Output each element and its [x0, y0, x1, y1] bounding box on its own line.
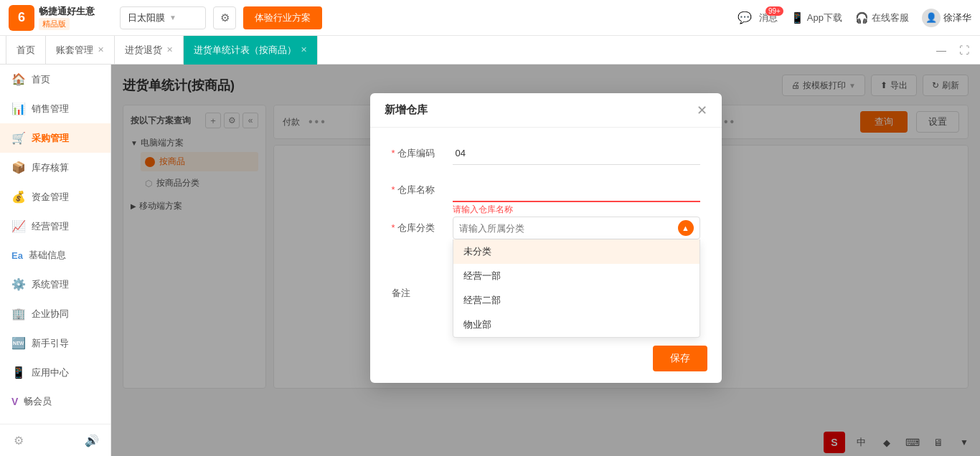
service-btn[interactable]: 🎧 在线客服 [855, 11, 909, 24]
modal-footer: 保存 [370, 340, 722, 383]
category-dropdown-trigger[interactable]: ▲ [453, 217, 700, 239]
name-input[interactable] [453, 179, 700, 202]
sidebar-item-enterprise[interactable]: 🏢 企业协同 [0, 299, 110, 328]
tab-accounts-label: 账套管理 [56, 44, 93, 57]
finance-icon: 💰 [11, 190, 26, 204]
sidebar-item-sales[interactable]: 📊 销售管理 [0, 94, 110, 123]
option-uncategorized[interactable]: 未分类 [453, 239, 699, 264]
sidebar-home-label: 首页 [32, 73, 50, 86]
sidebar-finance-label: 资金管理 [32, 191, 69, 204]
store-selector[interactable]: 日太阳膜 ▼ [120, 6, 206, 29]
purchase-icon: 🛒 [11, 131, 26, 145]
sidebar-operations-label: 经营管理 [32, 220, 69, 233]
maximize-btn[interactable]: ⛶ [954, 40, 974, 60]
member-icon: V [11, 396, 18, 407]
sound-icon[interactable]: 🔊 [82, 430, 102, 450]
modal: 新增仓库 ✕ * 仓库编码 [370, 93, 722, 383]
modal-header: 新增仓库 ✕ [370, 93, 722, 128]
settings-icon[interactable]: ⚙ [9, 430, 29, 450]
home-icon: 🏠 [11, 72, 26, 86]
sidebar: 🏠 首页 📊 销售管理 🛒 采购管理 📦 库存核算 💰 资金管理 📈 经营管理 … [0, 65, 111, 456]
message-icon: 💬 [738, 11, 752, 24]
tab-accounts[interactable]: 账套管理 ✕ [46, 36, 115, 65]
store-name: 日太阳膜 [128, 11, 165, 24]
sidebar-item-member[interactable]: V 畅会员 [0, 387, 110, 416]
nav-tabs-bar: 首页 账套管理 ✕ 进货退货 ✕ 进货单统计表（按商品） ✕ — ⛶ [0, 36, 980, 65]
name-error-msg: 请输入仓库名称 [453, 204, 513, 216]
inventory-icon: 📦 [11, 161, 26, 174]
form-row-category: * 仓库分类 ▲ 未分类 经 [392, 217, 700, 239]
tab-home[interactable]: 首页 [6, 36, 46, 65]
name-label: * 仓库名称 [392, 179, 453, 196]
message-badge: 99+ [765, 6, 783, 16]
enterprise-icon: 🏢 [11, 307, 26, 320]
sidebar-item-finance[interactable]: 💰 资金管理 [0, 182, 110, 212]
category-input[interactable] [459, 223, 678, 234]
sidebar-item-system[interactable]: ⚙️ 系统管理 [0, 270, 110, 299]
sidebar-basic-label: 基础信息 [29, 249, 66, 262]
sidebar-item-inventory[interactable]: 📦 库存核算 [0, 153, 110, 182]
gear-button[interactable]: ⚙ [213, 6, 236, 29]
app-icon: 📱 [791, 11, 804, 24]
sidebar-item-basic[interactable]: Ea 基础信息 [0, 241, 110, 270]
topbar: 6 畅捷通好生意 精品版 日太阳膜 ▼ ⚙ 体验行业方案 💬 99+ 消息 📱 … [0, 0, 980, 36]
sidebar-purchase-label: 采购管理 [32, 132, 69, 145]
sidebar-item-operations[interactable]: 📈 经营管理 [0, 212, 110, 241]
sidebar-enterprise-label: 企业协同 [32, 308, 69, 320]
operations-icon: 📈 [11, 219, 26, 233]
tab-purchase-stats[interactable]: 进货单统计表（按商品） ✕ [184, 36, 318, 65]
form-row-name: * 仓库名称 请输入仓库名称 [392, 179, 700, 202]
brand-sub: 精品版 [39, 18, 70, 30]
sidebar-inventory-label: 库存核算 [32, 161, 69, 174]
appcenter-icon: 📱 [11, 366, 26, 379]
sidebar-item-guide[interactable]: 🆕 新手引导 [0, 328, 110, 358]
logo-icon: 6 [9, 5, 34, 31]
category-label: * 仓库分类 [392, 222, 453, 234]
basic-icon: Ea [11, 250, 23, 261]
headset-icon: 🎧 [855, 11, 869, 24]
logo-area: 6 畅捷通好生意 精品版 [9, 5, 113, 31]
guide-icon: 🆕 [11, 336, 26, 350]
category-arrow-btn[interactable]: ▲ [678, 220, 694, 236]
sidebar-guide-label: 新手引导 [32, 337, 69, 350]
option-dept2[interactable]: 经营二部 [453, 288, 699, 313]
option-property[interactable]: 物业部 [453, 313, 699, 337]
sidebar-sales-label: 销售管理 [32, 103, 69, 115]
sidebar-member-label: 畅会员 [24, 395, 52, 408]
service-label: 在线客服 [872, 11, 909, 24]
user-area[interactable]: 👤 徐泽华 [922, 9, 971, 27]
user-icon: 👤 [922, 9, 941, 27]
tab-purchase-stats-label: 进货单统计表（按商品） [194, 44, 296, 57]
message-btn[interactable]: 💬 99+ 消息 [738, 11, 778, 24]
save-button[interactable]: 保存 [653, 346, 707, 371]
code-input[interactable] [453, 142, 700, 165]
sidebar-appcenter-label: 应用中心 [32, 366, 69, 379]
app-label: App下载 [807, 11, 842, 24]
brand-main: 畅捷通好生意 [39, 5, 95, 18]
close-icon[interactable]: ✕ [301, 45, 307, 54]
sidebar-item-purchase[interactable]: 🛒 采购管理 [0, 123, 110, 153]
close-icon[interactable]: ✕ [166, 45, 173, 54]
app-download-btn[interactable]: 📱 App下载 [791, 11, 842, 24]
option-dept1[interactable]: 经营一部 [453, 264, 699, 288]
brand-text: 畅捷通好生意 精品版 [39, 5, 95, 31]
chevron-down-icon: ▼ [169, 14, 176, 22]
sidebar-bottom: ⚙ 🔊 [0, 424, 110, 456]
nav-right-btns: — ⛶ [931, 40, 974, 60]
modal-overlay: 新增仓库 ✕ * 仓库编码 [111, 65, 980, 456]
tab-home-label: 首页 [17, 44, 35, 57]
modal-close-btn[interactable]: ✕ [697, 104, 707, 117]
category-dropdown-list: 未分类 经营一部 经营二部 物业部 [453, 239, 700, 338]
content-area: 进货单统计(按商品) 🖨 按模板打印 ▼ ⬆ 导出 ↻ 刷新 [111, 65, 980, 456]
sales-icon: 📊 [11, 102, 26, 115]
system-icon: ⚙️ [11, 277, 26, 291]
close-icon[interactable]: ✕ [98, 45, 104, 54]
topbar-right: 💬 99+ 消息 📱 App下载 🎧 在线客服 👤 徐泽华 [738, 9, 971, 27]
form-row-code: * 仓库编码 [392, 142, 700, 165]
sidebar-item-home[interactable]: 🏠 首页 [0, 65, 110, 94]
sidebar-item-appcenter[interactable]: 📱 应用中心 [0, 358, 110, 387]
try-industry-button[interactable]: 体验行业方案 [243, 6, 322, 29]
tab-purchase-return-label: 进货退货 [125, 44, 162, 57]
tab-purchase-return[interactable]: 进货退货 ✕ [115, 36, 184, 65]
minimize-btn[interactable]: — [931, 40, 951, 60]
